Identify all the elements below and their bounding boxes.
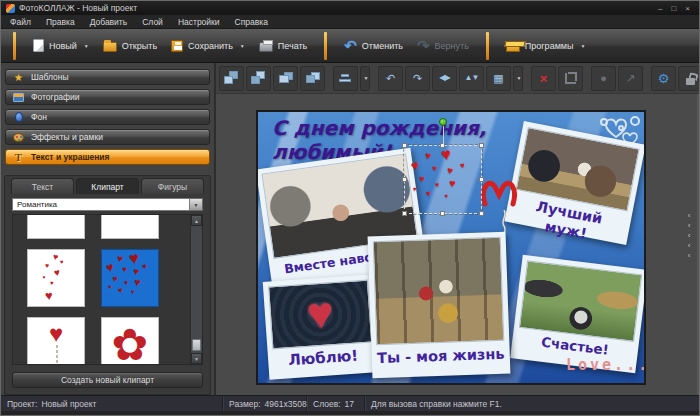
red-heart-doodle[interactable]: [478, 172, 520, 210]
rotate-right-button[interactable]: ↷: [405, 66, 430, 91]
scroll-down-button[interactable]: ▼: [191, 353, 202, 364]
tab-text[interactable]: Текст: [11, 178, 74, 194]
resize-handle-s[interactable]: [440, 211, 445, 216]
app-window: ФотоКОЛЛАЖ - Новый проект – □ × Файл Пра…: [0, 0, 700, 416]
sidebar-item-effects[interactable]: Эффекты и рамки: [5, 129, 210, 145]
clipart-scrollbar[interactable]: ▲ ▼: [190, 215, 202, 364]
bring-to-front-button[interactable]: [219, 66, 244, 91]
programs-button[interactable]: Программы ▼: [499, 35, 593, 56]
flip-vertical-button[interactable]: ▲▼: [459, 66, 484, 91]
polaroid-life[interactable]: Ты - моя жизнь: [368, 232, 511, 379]
chevron-left-icon: ‹: [688, 232, 691, 240]
create-clipart-button[interactable]: Создать новый клипарт: [12, 372, 203, 388]
heart-icon: ♥: [418, 175, 425, 185]
picker-button[interactable]: ↗: [618, 66, 643, 91]
resize-handle-sw[interactable]: [402, 211, 407, 216]
menu-file[interactable]: Файл: [10, 17, 31, 27]
menu-add[interactable]: Добавить: [90, 17, 128, 27]
scroll-thumb[interactable]: [192, 339, 201, 351]
love-text[interactable]: Love...: [566, 356, 646, 374]
chevron-down-icon[interactable]: ▼: [84, 43, 89, 49]
grid-size-button[interactable]: ▦: [486, 66, 511, 91]
clipart-thumb-flower[interactable]: ✿: [101, 317, 159, 365]
heart-icon: ♥: [305, 290, 334, 336]
combo-dropdown-button[interactable]: ▼: [190, 198, 203, 211]
clipart-thumb-hearts-scatter-selected[interactable]: ♥♥♥♥♥♥♥♥♥♥♥♥: [101, 249, 159, 307]
heart-icon: ♥: [142, 263, 148, 272]
resize-handle-w[interactable]: [402, 177, 407, 182]
menu-edit[interactable]: Правка: [46, 17, 75, 27]
sidebar-item-photos[interactable]: Фотографии: [5, 89, 210, 105]
panel-collapse-strip[interactable]: ‹‹‹‹‹: [683, 212, 695, 260]
grid-dropdown-button[interactable]: ▼: [513, 66, 523, 91]
size-label: Размер:: [229, 399, 261, 409]
align-dropdown-button[interactable]: ▼: [360, 66, 370, 91]
clipart-thumb-petals[interactable]: [27, 214, 85, 239]
flip-horizontal-button[interactable]: ◀▶: [432, 66, 457, 91]
undo-button[interactable]: ↶ Отменить: [337, 35, 410, 57]
collage-canvas[interactable]: С днем рождения, любимый! Вместе навсегд…: [256, 110, 646, 385]
send-to-back-button[interactable]: [300, 66, 325, 91]
text-t-icon: T: [15, 151, 22, 163]
clipart-category-select[interactable]: Романтика ▼: [12, 198, 203, 211]
rotate-handle[interactable]: [439, 118, 447, 126]
close-button[interactable]: ×: [685, 4, 690, 13]
print-button[interactable]: Печать: [252, 35, 314, 56]
sidebar-item-background[interactable]: Фон: [5, 109, 210, 125]
polaroid-love[interactable]: ♥ Люблю!: [263, 274, 380, 379]
save-button[interactable]: Сохранить ▼: [164, 36, 252, 56]
clipart-thumb-hearts-trail[interactable]: ♥♥♥♥♥♥♥: [27, 249, 85, 307]
crop-icon: [565, 73, 576, 84]
flower-icon: ✿: [112, 323, 149, 365]
effects-button[interactable]: ●: [591, 66, 616, 91]
clipart-thumb-specks[interactable]: [101, 214, 159, 239]
menu-settings[interactable]: Настройки: [178, 17, 220, 27]
sidebar-item-templates[interactable]: ★ Шаблоны: [5, 69, 210, 85]
settings-button[interactable]: ⚙: [651, 66, 676, 91]
scroll-up-button[interactable]: ▲: [191, 215, 202, 226]
clipart-thumb-heart-stem[interactable]: ♥: [27, 317, 85, 365]
resize-handle-ne[interactable]: [479, 143, 484, 148]
heart-icon: ♥: [117, 287, 123, 296]
delete-icon: ×: [540, 72, 548, 85]
chevron-down-icon[interactable]: ▼: [580, 43, 585, 49]
menu-help[interactable]: Справка: [235, 17, 268, 27]
sidebar-item-text-decorations[interactable]: T Текст и украшения: [5, 149, 210, 165]
menu-bar: Файл Правка Добавить Слой Настройки Спра…: [1, 15, 699, 29]
window-title: ФотоКОЛЛАЖ - Новый проект: [19, 3, 658, 13]
palette-icon: [13, 133, 24, 142]
polaroid-husband[interactable]: Лучший муж!: [504, 121, 645, 245]
tab-clipart[interactable]: Клипарт: [76, 178, 139, 194]
heart-icon: ♥: [459, 162, 465, 171]
grid-icon: ▦: [493, 73, 503, 84]
new-button[interactable]: Новый ▼: [26, 35, 96, 56]
align-button[interactable]: [333, 66, 358, 91]
rotate-left-button[interactable]: ↶: [378, 66, 403, 91]
minimize-button[interactable]: –: [658, 4, 662, 13]
heart-icon: ♥: [124, 279, 129, 286]
crop-button[interactable]: [558, 66, 583, 91]
maximize-button[interactable]: □: [671, 4, 676, 13]
resize-handle-e[interactable]: [479, 177, 484, 182]
status-bar: Проект: Новый проект Размер: 4961x3508 С…: [1, 395, 699, 411]
resize-handle-nw[interactable]: [402, 143, 407, 148]
menu-layer[interactable]: Слой: [142, 17, 163, 27]
canvas-area: ▼ ↶ ↷ ◀▶ ▲▼ ▦ ▼ × ● ↗: [216, 63, 699, 395]
window-bottom-edge: [1, 411, 699, 415]
redo-button[interactable]: ↷ Вернуть: [410, 35, 476, 57]
bring-forward-button[interactable]: [246, 66, 271, 91]
heart-icon: ♥: [50, 280, 54, 286]
picker-arrow-icon: ↗: [626, 73, 635, 84]
chevron-down-icon[interactable]: ▼: [240, 43, 245, 49]
delete-button[interactable]: ×: [531, 66, 556, 91]
heart-icon: ♥: [107, 283, 112, 290]
undo-icon: ↶: [344, 39, 357, 53]
open-button[interactable]: Открыть: [96, 35, 164, 56]
tab-shapes[interactable]: Фигуры: [141, 178, 204, 194]
clipart-selection[interactable]: ♥♥♥♥♥♥♥♥♥♥♥♥: [404, 145, 482, 214]
send-backward-button[interactable]: [273, 66, 298, 91]
lock-button[interactable]: [678, 66, 700, 91]
resize-handle-se[interactable]: [479, 211, 484, 216]
scroll-track[interactable]: [191, 226, 202, 353]
caption-life[interactable]: Ты - моя жизнь: [376, 341, 505, 368]
